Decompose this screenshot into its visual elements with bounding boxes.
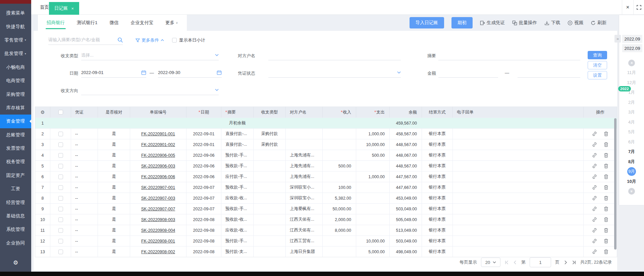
next-page-icon[interactable] xyxy=(564,260,568,265)
doc-no-link[interactable]: SK-20220907-007 xyxy=(141,207,175,211)
select-all-checkbox[interactable] xyxy=(58,110,63,115)
trash-icon[interactable] xyxy=(604,153,608,158)
toolbar-video-button[interactable]: 视频 xyxy=(568,20,583,26)
row-checkbox[interactable] xyxy=(58,185,63,190)
sidebar-item-税务管理[interactable]: 税务管理 xyxy=(0,155,31,168)
toolbar-gen-voucher-button[interactable]: 生成凭证 xyxy=(480,20,505,26)
row-checkbox[interactable] xyxy=(58,228,63,233)
tab-journal[interactable]: 日记账 × xyxy=(49,2,79,15)
daily-subtotal-checkbox[interactable]: 显示本日小计 xyxy=(172,37,205,43)
close-tab-icon[interactable]: × xyxy=(71,6,74,11)
month-10月[interactable]: 10月 xyxy=(619,177,644,187)
sidebar-item-总账管理[interactable]: 总账管理 xyxy=(0,128,31,142)
doc-no-link[interactable]: FK-20220906-005 xyxy=(141,153,175,158)
month-11月[interactable]: 11月 xyxy=(619,68,644,78)
sidebar-item-工资[interactable]: 工资 xyxy=(0,182,31,196)
doc-no-link[interactable]: FK-20220908-001 xyxy=(141,239,175,244)
calendar-icon[interactable] xyxy=(217,70,222,75)
link-icon[interactable] xyxy=(592,249,597,254)
bank-tab-测试银行1[interactable]: 测试银行1 xyxy=(71,15,104,31)
sidebar-item-资金管理[interactable]: 资金管理 xyxy=(0,115,31,128)
row-checkbox[interactable] xyxy=(58,164,63,168)
calendar-icon[interactable] xyxy=(141,70,146,75)
month-5月[interactable]: 5月 xyxy=(619,127,644,137)
amount-min-input[interactable] xyxy=(438,68,498,78)
sidebar-item-发票管理[interactable]: 发票管理 xyxy=(0,142,31,155)
sidebar-item-企业协同[interactable]: 企业协同 xyxy=(0,236,31,250)
sidebar-item-系统管理[interactable]: 系统管理 xyxy=(0,223,31,236)
sidebar-item-基础信息[interactable]: 基础信息 xyxy=(0,209,31,223)
link-icon[interactable] xyxy=(592,185,597,190)
period-current[interactable]: 2022.09 xyxy=(622,35,642,43)
date-to-input[interactable]: 2022-09-30 xyxy=(158,68,222,78)
month-9月[interactable]: 9月 xyxy=(619,167,644,177)
doc-no-link[interactable]: FK-20220906-006 xyxy=(141,175,175,179)
voucher-status-select[interactable] xyxy=(268,68,401,78)
doc-no-link[interactable]: SK-20220907-003 xyxy=(141,196,175,201)
trash-icon[interactable] xyxy=(604,228,608,233)
io-type-select[interactable]: 选择... xyxy=(81,50,219,60)
per-page-select[interactable]: 20 xyxy=(481,258,500,267)
sidebar-item-固定资产[interactable]: 固定资产 xyxy=(0,169,31,182)
doc-no-link[interactable]: FK-20220901-001 xyxy=(141,132,175,136)
doc-no-link[interactable]: FK-20220908-002 xyxy=(141,250,175,254)
trash-icon[interactable] xyxy=(604,131,608,136)
counterparty-input[interactable] xyxy=(268,50,401,60)
month-7月[interactable]: 7月 xyxy=(619,147,644,157)
gear-icon[interactable]: ⚙ xyxy=(41,110,45,115)
month-6月[interactable]: 6月 xyxy=(619,137,644,147)
sidebar-item-库存核算[interactable]: 库存核算 xyxy=(0,101,31,115)
link-icon[interactable] xyxy=(592,228,597,233)
doc-no-link[interactable]: FK-20220901-002 xyxy=(141,142,175,147)
scroll-months-up[interactable]: » xyxy=(619,58,644,68)
row-checkbox[interactable] xyxy=(58,207,63,211)
sidebar-item-小畅电商[interactable]: 小畅电商 xyxy=(0,61,31,74)
last-page-icon[interactable] xyxy=(572,260,576,265)
gear-icon[interactable]: ⚙ xyxy=(0,259,31,266)
query-button[interactable]: 查询 xyxy=(588,51,607,59)
row-checkbox[interactable] xyxy=(58,196,63,201)
date-from-input[interactable]: 2022-09-01 xyxy=(81,68,146,78)
checkbox[interactable] xyxy=(172,38,177,43)
search-icon[interactable] xyxy=(117,37,123,43)
bank-tab-招商银行[interactable]: 招商银行 xyxy=(41,15,71,31)
sidebar-item-零售管理[interactable]: 零售管理▼ xyxy=(0,33,31,47)
row-checkbox[interactable] xyxy=(58,175,63,179)
sidebar-item-采购管理[interactable]: 采购管理 xyxy=(0,87,31,101)
month-4月[interactable]: 4月 xyxy=(619,117,644,127)
period-selected[interactable]: 2022.09 xyxy=(622,44,642,52)
import-journal-button[interactable]: 导入日记账 xyxy=(410,17,444,28)
doc-no-link[interactable]: SK-20220907-001 xyxy=(141,185,175,190)
link-icon[interactable] xyxy=(592,206,597,211)
link-icon[interactable] xyxy=(592,163,597,168)
row-checkbox[interactable] xyxy=(58,239,63,244)
toolbar-download-button[interactable]: 下载 xyxy=(544,20,560,26)
doc-no-link[interactable]: SK-20220908-003 xyxy=(141,217,175,222)
toolbar-refresh-button[interactable]: 刷新 xyxy=(591,20,606,26)
sidebar-item-快捷导航[interactable]: 快捷导航 xyxy=(0,20,31,33)
trash-icon[interactable] xyxy=(604,163,608,168)
settings-button[interactable]: 设置 xyxy=(588,71,607,79)
fullscreen-icon[interactable] xyxy=(633,0,644,15)
month-8月[interactable]: 8月 xyxy=(619,157,644,167)
opening-balance-button[interactable]: 期初 xyxy=(451,17,473,28)
sidebar-item-电商管理[interactable]: 电商管理 xyxy=(0,74,31,87)
sidebar-item-批发管理[interactable]: 批发管理▼ xyxy=(0,47,31,60)
sidebar-item-经营管理[interactable]: 经营管理 xyxy=(0,196,31,209)
link-icon[interactable] xyxy=(592,238,597,244)
link-icon[interactable] xyxy=(592,131,597,136)
month-2月[interactable]: 2月 xyxy=(619,97,644,108)
close-icon[interactable]: × xyxy=(622,0,633,15)
month-3月[interactable]: 3月 xyxy=(619,108,644,118)
trash-icon[interactable] xyxy=(604,249,608,254)
amount-max-input[interactable] xyxy=(518,68,580,78)
link-icon[interactable] xyxy=(592,142,597,147)
trash-icon[interactable] xyxy=(604,217,608,222)
scroll-months-down[interactable]: » xyxy=(619,187,644,197)
clear-button[interactable]: 清空 xyxy=(588,61,607,69)
doc-no-link[interactable]: SK-20220906-003 xyxy=(141,164,175,168)
collapse-panel-icon[interactable]: » xyxy=(614,35,621,43)
summary-input[interactable] xyxy=(438,50,580,60)
bank-tab-more[interactable]: 更多∨ xyxy=(159,15,184,31)
search-input[interactable]: 请输入摘要/类型/户名/金额 xyxy=(48,35,123,45)
